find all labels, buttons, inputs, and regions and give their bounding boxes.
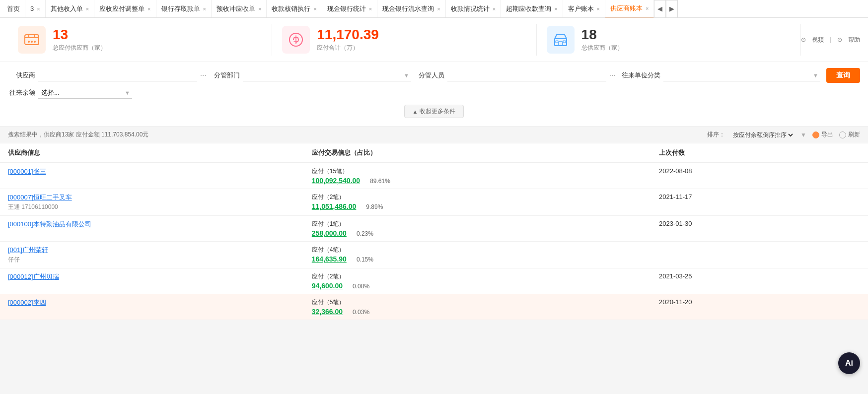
- svg-rect-0: [25, 35, 39, 45]
- tx-percentage: 9.89%: [366, 203, 383, 210]
- tx-amount[interactable]: 164,635.90: [312, 255, 347, 263]
- total-supplier-label: 总供应商（家）: [581, 44, 623, 52]
- supplier-link[interactable]: [000001]张三: [8, 168, 46, 175]
- export-button[interactable]: 导出: [812, 131, 833, 139]
- supplier-info-cell: [001]广州荣轩仔仔: [0, 242, 304, 268]
- refresh-button[interactable]: 刷新: [839, 131, 860, 139]
- sort-select[interactable]: 按应付余额倒序排序: [731, 131, 795, 139]
- last-payment-cell: 2023-01-30: [651, 216, 868, 242]
- table-row: [000002]李四应付（5笔）32,366.000.03%2020-11-20: [0, 294, 868, 320]
- supplier-link[interactable]: [000007]恒旺二手叉车: [8, 194, 72, 201]
- nav-tab-overdue-ar[interactable]: 超期应收款查询 ×: [501, 0, 563, 18]
- tx-percentage: 0.03%: [353, 309, 369, 316]
- balance-select-wrap: 选择... ▼: [38, 87, 132, 99]
- close-icon[interactable]: ×: [437, 6, 440, 12]
- tx-percentage: 0.15%: [357, 256, 373, 263]
- col-header-lastpay: 上次付数: [651, 143, 868, 163]
- nav-tab-receipt-stat[interactable]: 收款情况统计 ×: [446, 0, 501, 18]
- close-icon[interactable]: ×: [554, 6, 557, 12]
- svg-point-2: [31, 41, 33, 43]
- close-icon[interactable]: ×: [203, 6, 206, 12]
- nav-tab-home[interactable]: 首页: [2, 0, 25, 18]
- tx-amount[interactable]: 11,051,486.00: [312, 202, 357, 210]
- nav-tab-3[interactable]: 3 ×: [25, 0, 46, 18]
- balance-filter-label: 往来余额: [8, 88, 35, 97]
- nav-tab-prepay-offset[interactable]: 预收冲应收单 ×: [212, 0, 267, 18]
- nav-tab-cash-bank-flow[interactable]: 现金银行流水查询 ×: [377, 0, 445, 18]
- balance-select[interactable]: 选择...: [38, 87, 132, 98]
- total-payable-amount: 11,170.39: [317, 27, 379, 43]
- tx-amount[interactable]: 100,092,540.00: [312, 177, 360, 185]
- supplier-input[interactable]: [38, 69, 197, 81]
- tx-count: 应付（1笔）: [312, 220, 643, 228]
- table-row: [000001]张三应付（15笔）100,092,540.0089.61%202…: [0, 163, 868, 189]
- category-select[interactable]: [663, 69, 820, 81]
- supplier-link[interactable]: [000100]本特勤油品有限公司: [8, 220, 91, 228]
- table-scroll-area[interactable]: 供应商信息 应付交易信息（占比） 上次付数 [000001]张三应付（15笔）1…: [0, 143, 868, 320]
- nav-tab-bank-deposit[interactable]: 银行存取款单 ×: [156, 0, 212, 18]
- supplier-link[interactable]: [000012]广州贝瑞: [8, 273, 59, 280]
- dept-select[interactable]: [243, 69, 411, 81]
- result-bar: 搜索结果中，供应商13家 应付金额 111,703,854.00元 排序： 按应…: [0, 127, 868, 143]
- nav-prev-arrow[interactable]: ◀: [654, 0, 666, 18]
- nav-next-arrow[interactable]: ▶: [666, 0, 678, 18]
- supplier-info-cell: [000002]李四: [0, 294, 304, 320]
- svg-point-3: [34, 41, 36, 43]
- store-icon: [547, 26, 575, 54]
- table-row: [000012]广州贝瑞应付（2笔）94,600.000.08%2021-03-…: [0, 268, 868, 294]
- supplier-info-cell: [000007]恒旺二手叉车王通 17106110000: [0, 189, 304, 216]
- supplier-link[interactable]: [000002]李四: [8, 299, 46, 306]
- table-row: [000100]本特勤油品有限公司应付（1笔）258,000.000.23%20…: [0, 216, 868, 242]
- tx-percentage: 89.61%: [370, 178, 390, 185]
- close-icon[interactable]: ×: [493, 6, 496, 12]
- tx-amount[interactable]: 94,600.00: [312, 282, 343, 290]
- table-row: [000007]恒旺二手叉车王通 17106110000应付（2笔）11,051…: [0, 189, 868, 216]
- person-filter: 分管人员 ···: [417, 69, 616, 81]
- filter-area: 供应商 ··· 分管部门 ▼ 分管人员 ··· 往来单位分类 ▼ 查询 往: [0, 62, 868, 127]
- tx-count: 应付（4笔）: [312, 246, 643, 254]
- svg-point-1: [28, 41, 30, 43]
- summary-card-total-suppliers: 18 总供应商（家）: [537, 24, 801, 56]
- tx-count: 应付（2笔）: [312, 272, 643, 281]
- video-link[interactable]: 视频: [812, 36, 824, 44]
- tx-amount[interactable]: 32,366.00: [312, 308, 343, 316]
- search-button[interactable]: 查询: [826, 68, 860, 83]
- nav-tab-cash-bank-stat[interactable]: 现金银行统计 ×: [322, 0, 377, 18]
- tx-info-cell: 应付（4笔）164,635.900.15%: [304, 242, 651, 268]
- tx-info-cell: 应付（5笔）32,366.000.03%: [304, 294, 651, 320]
- total-supplier-count: 18: [581, 27, 623, 43]
- supplier-info-cell: [000001]张三: [0, 163, 304, 189]
- nav-tab-customer-ledger[interactable]: 客户账本 ×: [563, 0, 605, 18]
- help-link[interactable]: 帮助: [848, 36, 860, 44]
- summary-card-payable-suppliers: 13 总应付供应商（家）: [8, 24, 272, 56]
- tx-amount[interactable]: 258,000.00: [312, 229, 347, 237]
- close-icon[interactable]: ×: [313, 6, 316, 12]
- last-payment-cell: [651, 242, 868, 268]
- refresh-icon: [839, 131, 846, 138]
- category-select-wrap: ▼: [663, 69, 820, 81]
- table-row: [001]广州荣轩仔仔应付（4笔）164,635.900.15%: [0, 242, 868, 268]
- close-icon[interactable]: ×: [86, 6, 89, 12]
- nav-tab-supplier-ledger[interactable]: 供应商账本 ×: [605, 0, 654, 18]
- last-payment-cell: 2021-11-17: [651, 189, 868, 216]
- person-search-dots[interactable]: ···: [609, 71, 616, 80]
- top-nav: 首页 3 × 其他收入单 × 应收应付调整单 × 银行存取款单 × 预收冲应收单…: [0, 0, 868, 18]
- last-payment-cell: 2021-03-25: [651, 268, 868, 294]
- close-icon[interactable]: ×: [37, 6, 40, 12]
- close-icon[interactable]: ×: [646, 5, 649, 11]
- tx-info-cell: 应付（2笔）11,051,486.009.89%: [304, 189, 651, 216]
- payable-supplier-label: 总应付供应商（家）: [53, 44, 106, 52]
- close-icon[interactable]: ×: [369, 6, 372, 12]
- nav-tab-other-income[interactable]: 其他收入单 ×: [46, 0, 94, 18]
- close-icon[interactable]: ×: [147, 6, 150, 12]
- nav-tab-receipt-verify[interactable]: 收款核销执行 ×: [267, 0, 322, 18]
- supplier-link[interactable]: [001]广州荣轩: [8, 246, 48, 254]
- supplier-search-dots[interactable]: ···: [200, 71, 207, 80]
- person-input[interactable]: [447, 69, 606, 81]
- collapse-button[interactable]: ▲ 收起更多条件: [404, 105, 464, 118]
- nav-tab-ar-ap-adjust[interactable]: 应收应付调整单 ×: [94, 0, 156, 18]
- close-icon[interactable]: ×: [258, 6, 261, 12]
- close-icon[interactable]: ×: [597, 6, 600, 12]
- filter-row-1: 供应商 ··· 分管部门 ▼ 分管人员 ··· 往来单位分类 ▼ 查询: [8, 68, 860, 83]
- supplier-sub-info: 王通 17106110000: [8, 203, 296, 211]
